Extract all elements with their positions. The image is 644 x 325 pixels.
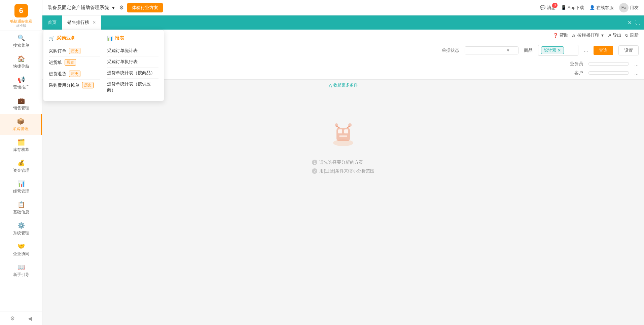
dropdown-item-purchase-order[interactable]: 采购订单 历史 [49, 45, 100, 57]
dropdown-item-inbound-stat-supplier[interactable]: 进货单统计表（按供应商） [107, 79, 158, 95]
print-label: 按模板打印 [577, 32, 599, 38]
help-label: 帮助 [560, 32, 568, 38]
online-service-btn[interactable]: 👤 在线客服 [589, 5, 614, 11]
sidebar-label-basic-info: 基础信息 [13, 209, 29, 215]
tabbar: 首页 销售排行榜 ✕ ✕ ⛶ [42, 15, 644, 30]
user-btn[interactable]: Ea 用友 [619, 3, 639, 12]
enterprise-nav-icon: 🤝 [17, 243, 25, 250]
sidebar-label-operations: 经营管理 [13, 189, 29, 194]
basic-info-nav-icon: 📋 [17, 201, 25, 208]
sidebar-label-inventory: 库存核算 [13, 147, 29, 153]
logo-brand: 畅捷通好生意 标准版 [10, 19, 32, 28]
sidebar-label-purchase: 采购管理 [12, 126, 29, 132]
sidebar-item-guide[interactable]: 📖 新手引导 [0, 260, 42, 281]
message-badge: 9 [552, 3, 558, 8]
goods-filter-box[interactable]: 设计素 ✕ [538, 45, 578, 56]
dropdown-item-inbound[interactable]: 进货单 历史 [49, 57, 100, 68]
print-dropdown-icon[interactable]: ▼ [601, 33, 604, 37]
dropdown-item-purchase-expense[interactable]: 采购费用分摊单 历史 [49, 80, 100, 91]
sidebar-item-quick-nav[interactable]: 🏠 快捷导航 [0, 52, 42, 73]
report-col-title: 📊 报表 [107, 35, 158, 41]
collapse-sidebar-icon[interactable]: ◀ [28, 315, 32, 322]
industry-btn[interactable]: 体验行业方案 [127, 3, 163, 12]
topbar-settings-icon[interactable]: ⚙ [119, 4, 124, 11]
inbound-stat-goods-label: 进货单统计表（按商品） [107, 70, 155, 76]
sidebar-item-inventory[interactable]: 🗂️ 库存核算 [0, 135, 42, 156]
inbound-history-tag: 历史 [65, 59, 76, 66]
system-name: 装备及固定资产辅助管理系统 ▼ [48, 5, 116, 11]
app-download-btn[interactable]: 📱 App下载 [561, 5, 584, 11]
salesperson-select[interactable] [588, 62, 629, 66]
purchase-order-stat-label: 采购订单统计表 [107, 48, 138, 54]
settings-btn[interactable]: 设置 [618, 45, 639, 55]
query-btn[interactable]: 查询 [594, 46, 613, 55]
logo-icon: 6 [14, 4, 28, 17]
customer-select[interactable] [588, 71, 629, 75]
refresh-label: 刷新 [630, 32, 639, 38]
svg-rect-4 [339, 135, 347, 137]
voucher-status-label: 单据状态 [442, 47, 459, 53]
export-icon: ↗ [608, 33, 611, 38]
system-name-text: 装备及固定资产辅助管理系统 [48, 5, 109, 11]
marketing-nav-icon: 📢 [17, 76, 25, 83]
dropdown-item-inbound-stat-goods[interactable]: 进货单统计表（按商品） [107, 68, 158, 79]
purchase-order-exec-label: 采购订单执行表 [107, 59, 138, 65]
sidebar-item-marketing[interactable]: 📢 营销推广 [0, 73, 42, 93]
sidebar-bottom: ⚙ ◀ [0, 312, 42, 325]
tab-close-icon[interactable]: ✕ [93, 20, 96, 25]
sidebar-label-search: 搜索菜单 [13, 43, 29, 48]
goods-tag-close-icon[interactable]: ✕ [558, 48, 561, 53]
tab-fullscreen-icon[interactable]: ⛶ [635, 19, 641, 26]
svg-rect-2 [338, 129, 342, 133]
return-label: 进货退货 [49, 71, 66, 77]
tab-sales-rank-label: 销售排行榜 [67, 19, 89, 26]
export-label: 导出 [613, 32, 621, 38]
help-btn[interactable]: ❓ 帮助 [553, 32, 568, 38]
sidebar-item-sales[interactable]: 💼 销售管理 [0, 93, 42, 114]
purchase-col-title: 🛒 采购业务 [49, 35, 100, 41]
export-btn[interactable]: ↗ 导出 [608, 32, 621, 38]
collapse-up-icon: ⋀ [329, 83, 332, 88]
sidebar-item-purchase[interactable]: 📦 采购管理 [0, 114, 42, 135]
sidebar-item-search[interactable]: 🔍 搜索菜单 [0, 31, 42, 52]
message-btn[interactable]: 💬 消息 9 [540, 5, 556, 11]
sidebar-item-operations[interactable]: 📊 经营管理 [0, 177, 42, 198]
inbound-label: 进货单 [49, 59, 62, 66]
dropdown-item-purchase-order-stat[interactable]: 采购订单统计表 [107, 45, 158, 56]
refresh-btn[interactable]: ↻ 刷新 [625, 32, 639, 38]
dropdown-item-purchase-order-exec[interactable]: 采购订单执行表 [107, 56, 158, 68]
sidebar-item-enterprise[interactable]: 🤝 企业协同 [0, 239, 42, 260]
sidebar-label-marketing: 营销推广 [13, 84, 29, 90]
report-col-icon: 📊 [107, 36, 113, 41]
sidebar-item-finance[interactable]: 💰 资金管理 [0, 156, 42, 177]
system-dropdown-icon[interactable]: ▼ [111, 5, 116, 10]
tab-home[interactable]: 首页 [42, 15, 62, 30]
service-label: 在线客服 [596, 5, 614, 11]
goods-filter-more-icon[interactable]: … [584, 48, 588, 53]
refresh-icon: ↻ [625, 33, 629, 38]
purchase-expense-label: 采购费用分摊单 [49, 82, 79, 88]
dropdown-item-return[interactable]: 进货退货 历史 [49, 68, 100, 80]
inventory-nav-icon: 🗂️ [17, 138, 25, 146]
sidebar-item-system[interactable]: ⚙️ 系统管理 [0, 218, 42, 239]
print-btn[interactable]: 🖨 按模板打印 ▼ [572, 32, 604, 38]
sidebar-label-finance: 资金管理 [13, 168, 29, 173]
sidebar-label-quick-nav: 快捷导航 [13, 64, 29, 69]
settings-bottom-icon[interactable]: ⚙ [10, 315, 15, 322]
voucher-status-select[interactable]: ▼ [465, 46, 518, 54]
salesperson-more-icon[interactable]: … [634, 62, 639, 67]
user-label: 用友 [630, 5, 639, 11]
system-nav-icon: ⚙️ [17, 222, 25, 229]
sidebar-label-sales: 销售管理 [13, 105, 29, 111]
tabbar-right: ✕ ⛶ [628, 19, 644, 26]
tab-sales-rank[interactable]: 销售排行榜 ✕ [62, 15, 101, 30]
collapse-btn[interactable]: ⋀ 收起更多条件 [329, 82, 358, 88]
sidebar-item-basic-info[interactable]: 📋 基础信息 [0, 198, 42, 218]
sales-nav-icon: 💼 [17, 97, 25, 104]
empty-tips: 1 请先选择要分析的方案 2 用[过滤]条件来缩小分析范围 [312, 158, 374, 175]
tab-close-all-icon[interactable]: ✕ [628, 19, 632, 26]
goods-tag: 设计素 ✕ [541, 46, 564, 54]
report-col: 📊 报表 采购订单统计表 采购订单执行表 进货单统计表（按商品） 进货单统计表（… [107, 35, 158, 95]
topbar: 装备及固定资产辅助管理系统 ▼ ⚙ 体验行业方案 💬 消息 9 📱 App下载 … [42, 0, 644, 15]
customer-more-icon[interactable]: … [634, 71, 639, 76]
